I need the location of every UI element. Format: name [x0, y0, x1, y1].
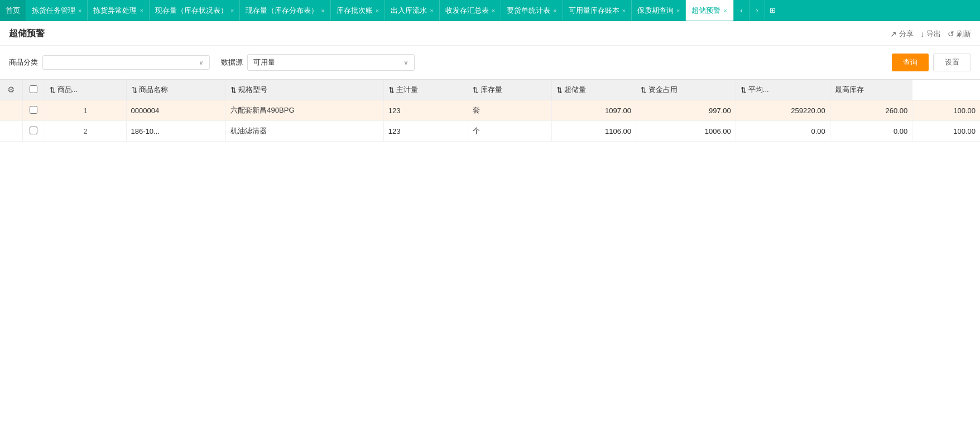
header-actions: ↗ 分享 ↓ 导出 ↺ 刷新	[890, 29, 971, 39]
nav-item-batch[interactable]: 库存批次账 ×	[331, 0, 385, 21]
row-product-code: 186-10...	[126, 121, 226, 142]
refresh-button[interactable]: ↺ 刷新	[948, 29, 971, 39]
nav-item-home[interactable]: 首页	[0, 0, 26, 21]
sort-icon: ⇅	[230, 86, 237, 94]
nav-item-abnormal[interactable]: 拣货异常处理 ×	[88, 0, 149, 21]
stock-qty-column-header[interactable]: ⇅ 库存量	[468, 80, 552, 100]
close-icon-order-stat[interactable]: ×	[553, 7, 556, 14]
nav-label-task-mgmt: 拣货任务管理	[32, 6, 75, 16]
category-filter: 商品分类 ∨	[9, 55, 210, 70]
sort-icon: ⇅	[741, 86, 747, 94]
share-button[interactable]: ↗ 分享	[890, 29, 914, 39]
product-name-column-header[interactable]: ⇅ 商品名称	[126, 80, 226, 100]
close-icon-inout-flow[interactable]: ×	[430, 7, 433, 14]
nav-label-stock-status: 现存量（库存状况表）	[155, 6, 228, 16]
datasource-select[interactable]: 可用量 ∨	[247, 54, 415, 71]
close-icon-task-mgmt[interactable]: ×	[78, 7, 81, 14]
row-capital-usage: 259220.00	[736, 100, 830, 121]
nav-item-inout-flow[interactable]: 出入库流水 ×	[385, 0, 439, 21]
category-select[interactable]: ∨	[42, 55, 210, 70]
checkbox-column-header[interactable]	[22, 80, 45, 100]
stock-qty-header-label: 库存量	[481, 85, 502, 95]
nav-item-stock-status[interactable]: 现存量（库存状况表） ×	[150, 0, 240, 21]
row-avg: 260.00	[830, 100, 912, 121]
unit-column-header[interactable]: ⇅ 主计量	[383, 80, 468, 100]
close-icon-stock-dist[interactable]: ×	[321, 7, 324, 14]
close-icon-batch[interactable]: ×	[376, 7, 379, 14]
filter-actions: 查询 设置	[892, 54, 971, 71]
max-stock-column-header[interactable]: 最高库存	[830, 80, 912, 100]
row-num-cell: 1	[45, 100, 126, 121]
nav-item-order-stat[interactable]: 要货单统计表 ×	[501, 0, 563, 21]
row-overstock-qty: 1006.00	[636, 121, 736, 142]
nav-more-button[interactable]: ⊞	[765, 0, 780, 21]
table-row: 1 0000004 六配套新昌490BPG 123 套 1097.00 997.…	[0, 100, 980, 121]
settings-button[interactable]: 设置	[933, 54, 971, 71]
close-icon-available[interactable]: ×	[622, 7, 626, 14]
unit-header-label: 主计量	[396, 85, 418, 95]
max-stock-header-label: 最高库存	[835, 85, 864, 95]
nav-prev-button[interactable]: ‹	[733, 0, 749, 21]
datasource-select-value: 可用量	[253, 57, 275, 67]
overstock-qty-header-label: 超储量	[564, 85, 586, 95]
page-container: 超储预警 ↗ 分享 ↓ 导出 ↺ 刷新 商品分类 ∨ 数据源	[0, 21, 980, 446]
row-settings-cell	[0, 121, 22, 142]
nav-label-batch: 库存批次账	[337, 6, 373, 16]
row-checkbox[interactable]	[30, 106, 37, 114]
query-button[interactable]: 查询	[892, 54, 929, 71]
overstock-qty-column-header[interactable]: ⇅ 超储量	[552, 80, 636, 100]
row-product-code: 0000004	[126, 100, 226, 121]
row-max-stock: 100.00	[912, 121, 980, 142]
sort-icon: ⇅	[131, 86, 137, 94]
row-unit: 个	[468, 121, 552, 142]
export-icon: ↓	[920, 30, 924, 38]
row-checkbox[interactable]	[30, 127, 37, 134]
export-button[interactable]: ↓ 导出	[920, 29, 941, 39]
sort-icon: ⇅	[641, 86, 647, 94]
top-navigation: 首页 拣货任务管理 × 拣货异常处理 × 现存量（库存状况表） × 现存量（库存…	[0, 0, 980, 21]
page-header: 超储预警 ↗ 分享 ↓ 导出 ↺ 刷新	[0, 21, 980, 46]
product-code-column-header[interactable]: ⇅ 商品...	[45, 80, 126, 100]
row-avg: 0.00	[830, 121, 912, 142]
nav-item-available[interactable]: 可用量库存账本 ×	[563, 0, 632, 21]
select-all-checkbox[interactable]	[30, 85, 37, 93]
close-icon-receive-send[interactable]: ×	[492, 7, 495, 14]
close-icon-overstock[interactable]: ×	[723, 7, 727, 14]
nav-item-overstock[interactable]: 超储预警 ×	[686, 0, 733, 21]
table-row: 2 186-10... 机油滤清器 123 个 1106.00 1006.00 …	[0, 121, 980, 142]
sort-icon: ⇅	[473, 86, 479, 94]
avg-column-header[interactable]: ⇅ 平均...	[736, 80, 830, 100]
category-chevron-down-icon: ∨	[199, 59, 204, 66]
table-header-row: ⚙ ⇅ 商品... ⇅ 商品名称	[0, 80, 980, 100]
nav-item-receive-send[interactable]: 收发存汇总表 ×	[440, 0, 501, 21]
settings-column-header[interactable]: ⚙	[0, 80, 22, 100]
row-settings-cell	[0, 100, 22, 121]
row-stock-qty: 1097.00	[552, 100, 636, 121]
row-overstock-qty: 997.00	[636, 100, 736, 121]
spec-header-label: 规格型号	[238, 85, 267, 95]
spec-column-header[interactable]: ⇅ 规格型号	[226, 80, 383, 100]
datasource-chevron-down-icon: ∨	[403, 59, 409, 66]
nav-next-button[interactable]: ›	[749, 0, 765, 21]
nav-item-task-mgmt[interactable]: 拣货任务管理 ×	[26, 0, 88, 21]
nav-item-expiry[interactable]: 保质期查询 ×	[632, 0, 686, 21]
gear-icon[interactable]: ⚙	[7, 85, 15, 94]
refresh-label: 刷新	[957, 29, 971, 39]
nav-item-stock-dist[interactable]: 现存量（库存分布表） ×	[240, 0, 330, 21]
row-product-name: 六配套新昌490BPG	[226, 100, 383, 121]
row-checkbox-cell[interactable]	[22, 100, 45, 121]
datasource-filter: 数据源 可用量 ∨	[221, 54, 415, 71]
row-num-cell: 2	[45, 121, 126, 142]
close-icon-stock-status[interactable]: ×	[230, 7, 234, 14]
row-checkbox-cell[interactable]	[22, 121, 45, 142]
sort-icon: ⇅	[388, 86, 395, 94]
row-capital-usage: 0.00	[736, 121, 830, 142]
export-label: 导出	[926, 29, 941, 39]
nav-label-stock-dist: 现存量（库存分布表）	[246, 6, 318, 16]
share-label: 分享	[899, 29, 914, 39]
capital-usage-column-header[interactable]: ⇅ 资金占用	[636, 80, 736, 100]
close-icon-expiry[interactable]: ×	[676, 7, 680, 14]
avg-header-label: 平均...	[748, 85, 769, 95]
close-icon-abnormal[interactable]: ×	[140, 7, 143, 14]
table-container: ⚙ ⇅ 商品... ⇅ 商品名称	[0, 79, 980, 142]
